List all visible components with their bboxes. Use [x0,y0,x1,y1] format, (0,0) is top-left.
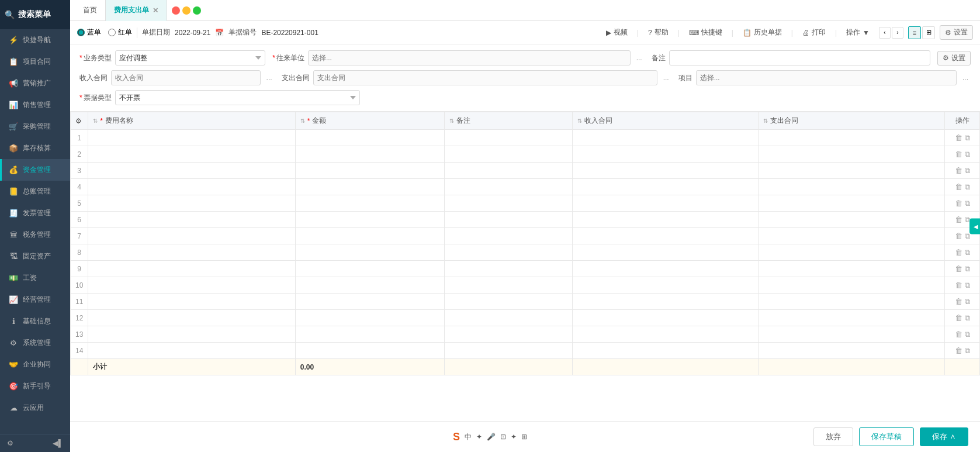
sidebar-item-purchase-mgmt[interactable]: 🛒 采购管理 [0,116,70,137]
row-expense-contract-4[interactable] [759,179,945,195]
audio-icon[interactable]: ◀▌ [53,439,63,447]
view-list-icon[interactable]: ≡ [908,26,921,39]
row-expense-name-5[interactable] [88,195,295,212]
row-income-contract-11[interactable] [573,294,759,310]
row-expense-contract-10[interactable] [759,277,945,294]
row-remark-7[interactable] [444,228,572,244]
row-expense-name-13[interactable] [88,326,295,343]
row-delete-icon-7[interactable]: 🗑 [955,232,962,241]
sidebar-item-fixed-assets[interactable]: 🏗 固定资产 [0,246,70,267]
row-expense-contract-5[interactable] [759,195,945,212]
history-btn[interactable]: 📋 历史单据 [738,26,787,39]
row-expense-contract-14[interactable] [759,343,945,359]
radio-blue[interactable]: 蓝单 [77,27,101,37]
row-amount-4[interactable] [295,179,444,195]
print-btn[interactable]: 🖨 打印 [798,26,830,39]
row-amount-5[interactable] [295,195,444,212]
row-remark-10[interactable] [444,277,572,294]
sidebar-item-sales-promo[interactable]: 📢 营销推广 [0,73,70,94]
project-input[interactable] [696,70,957,85]
win-max-btn[interactable] [193,6,201,15]
row-copy-icon-7[interactable]: ⧉ [965,232,970,241]
sidebar-item-ops-mgmt[interactable]: 📈 经营管理 [0,289,70,310]
row-remark-1[interactable] [444,130,572,146]
row-copy-icon-12[interactable]: ⧉ [965,313,970,323]
settings-icon[interactable]: ⚙ [7,439,13,447]
row-delete-icon-6[interactable]: 🗑 [955,215,962,225]
row-copy-icon-1[interactable]: ⧉ [965,133,970,143]
sidebar-item-fund-mgmt[interactable]: 💰 资金管理 [0,159,70,181]
row-remark-12[interactable] [444,310,572,326]
row-expense-name-6[interactable] [88,212,295,228]
save-btn[interactable]: 保存 ∧ [920,427,968,446]
calendar-icon[interactable]: 📅 [215,29,224,37]
row-income-contract-8[interactable] [573,244,759,261]
row-income-contract-14[interactable] [573,343,759,359]
row-amount-11[interactable] [295,294,444,310]
row-delete-icon-9[interactable]: 🗑 [955,264,962,274]
row-remark-6[interactable] [444,212,572,228]
remark-input[interactable] [669,50,930,65]
row-copy-icon-2[interactable]: ⧉ [965,150,970,159]
row-amount-10[interactable] [295,277,444,294]
biz-type-select[interactable]: 应付调整 [115,50,266,65]
sidebar-item-project-contract[interactable]: 📋 项目合同 [0,51,70,73]
view-grid-icon[interactable]: ⊞ [922,26,935,39]
th-sort-income[interactable]: ⇅ [577,118,582,124]
row-expense-name-12[interactable] [88,310,295,326]
row-income-contract-12[interactable] [573,310,759,326]
row-expense-contract-6[interactable] [759,212,945,228]
row-expense-contract-2[interactable] [759,146,945,163]
sidebar-item-salary[interactable]: 💵 工资 [0,267,70,289]
row-amount-9[interactable] [295,261,444,277]
row-expense-name-14[interactable] [88,343,295,359]
row-income-contract-5[interactable] [573,195,759,212]
row-income-contract-9[interactable] [573,261,759,277]
row-income-contract-4[interactable] [573,179,759,195]
nav-right-btn[interactable]: › [892,27,903,39]
row-remark-9[interactable] [444,261,572,277]
sidebar-item-new-guide[interactable]: 🎯 新手引导 [0,375,70,397]
row-expense-name-11[interactable] [88,294,295,310]
row-delete-icon-10[interactable]: 🗑 [955,281,962,290]
expense-contract-input[interactable] [313,70,657,85]
row-remark-4[interactable] [444,179,572,195]
row-expense-contract-11[interactable] [759,294,945,310]
row-income-contract-6[interactable] [573,212,759,228]
row-income-contract-13[interactable] [573,326,759,343]
tab-home[interactable]: 首页 [75,0,106,21]
row-delete-icon-11[interactable]: 🗑 [955,297,962,306]
row-amount-7[interactable] [295,228,444,244]
radio-blue-input[interactable] [77,29,85,36]
row-delete-icon-2[interactable]: 🗑 [955,150,962,159]
row-expense-contract-3[interactable] [759,163,945,179]
row-copy-icon-11[interactable]: ⧉ [965,297,970,306]
row-expense-name-9[interactable] [88,261,295,277]
row-amount-6[interactable] [295,212,444,228]
win-close-btn[interactable] [172,6,180,15]
row-copy-icon-8[interactable]: ⧉ [965,248,970,257]
setting-btn[interactable]: ⚙ 设置 [940,25,973,40]
help-btn[interactable]: ? 帮助 [643,26,673,39]
row-expense-contract-8[interactable] [759,244,945,261]
row-amount-3[interactable] [295,163,444,179]
row-remark-3[interactable] [444,163,572,179]
row-copy-icon-4[interactable]: ⧉ [965,182,970,192]
row-expense-name-2[interactable] [88,146,295,163]
form-setting-btn[interactable]: ⚙ 设置 [937,51,971,65]
tab-expense-bill[interactable]: 费用支出单 ✕ [106,0,167,21]
row-expense-name-4[interactable] [88,179,295,195]
row-expense-name-1[interactable] [88,130,295,146]
row-delete-icon-13[interactable]: 🗑 [955,330,962,339]
income-contract-input[interactable] [111,70,261,85]
row-delete-icon-1[interactable]: 🗑 [955,133,962,143]
row-delete-icon-4[interactable]: 🗑 [955,182,962,192]
row-remark-13[interactable] [444,326,572,343]
row-amount-1[interactable] [295,130,444,146]
expense-contract-dots[interactable]: ... [661,74,671,82]
sidebar-item-inventory[interactable]: 📦 库存核算 [0,137,70,159]
row-copy-icon-5[interactable]: ⧉ [965,199,970,208]
row-amount-14[interactable] [295,343,444,359]
row-copy-icon-9[interactable]: ⧉ [965,264,970,274]
invoice-type-select[interactable]: 不开票 [115,90,360,105]
